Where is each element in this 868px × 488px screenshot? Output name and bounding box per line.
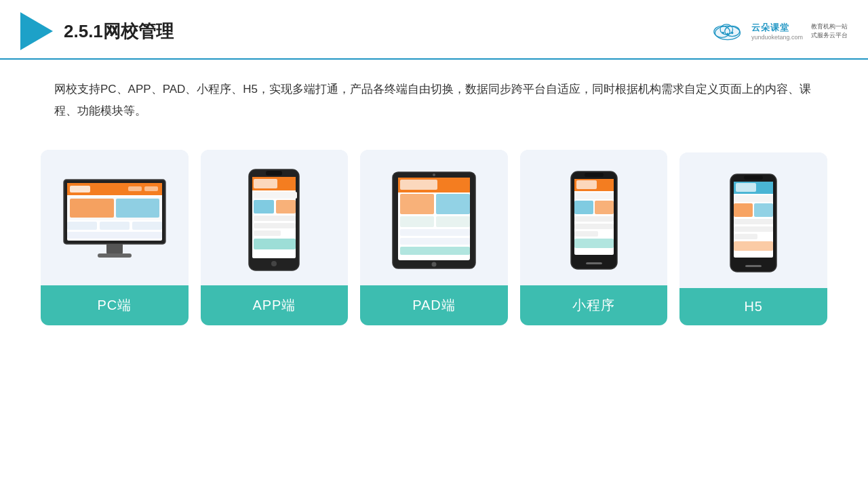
cards-container: PC端 APP端 xyxy=(0,129,868,325)
logo-triangle-icon xyxy=(20,12,53,50)
svg-rect-76 xyxy=(734,241,773,251)
svg-point-9 xyxy=(726,33,728,35)
svg-rect-51 xyxy=(400,247,470,255)
svg-rect-66 xyxy=(744,176,763,180)
svg-rect-21 xyxy=(100,222,130,230)
svg-rect-57 xyxy=(574,192,614,199)
card-h5-label: H5 xyxy=(679,288,827,325)
card-app-image xyxy=(201,150,349,285)
svg-rect-20 xyxy=(67,222,97,230)
brand-tagline-1: 教育机构一站 xyxy=(811,22,848,31)
svg-rect-61 xyxy=(574,224,614,229)
svg-rect-23 xyxy=(67,232,162,239)
brand-tagline: 教育机构一站 式服务云平台 xyxy=(811,22,848,39)
svg-point-41 xyxy=(433,174,435,176)
svg-rect-30 xyxy=(254,179,277,188)
svg-rect-19 xyxy=(116,199,159,218)
card-h5-image xyxy=(679,152,827,288)
svg-point-10 xyxy=(731,32,733,34)
svg-rect-63 xyxy=(574,239,614,248)
svg-rect-37 xyxy=(254,239,296,249)
svg-rect-36 xyxy=(254,230,281,236)
card-app-label: APP端 xyxy=(201,285,349,325)
svg-rect-70 xyxy=(734,195,773,202)
card-pc-image xyxy=(41,150,189,285)
brand-url: yunduoketang.com xyxy=(751,34,803,41)
svg-rect-25 xyxy=(98,253,132,258)
brand-info: 云朵课堂 yunduoketang.com xyxy=(751,22,803,41)
card-pc: PC端 xyxy=(41,150,189,325)
svg-rect-58 xyxy=(574,201,593,214)
svg-rect-22 xyxy=(132,222,162,230)
svg-rect-72 xyxy=(754,203,773,217)
card-pad-label: PAD端 xyxy=(360,285,508,325)
svg-rect-46 xyxy=(436,194,470,214)
svg-rect-56 xyxy=(576,180,597,189)
svg-rect-24 xyxy=(106,244,123,253)
h5-phone-icon xyxy=(729,173,778,273)
card-miniprogram-label: 小程序 xyxy=(520,285,668,325)
svg-rect-18 xyxy=(70,199,114,218)
svg-rect-28 xyxy=(266,171,282,176)
svg-rect-45 xyxy=(400,194,434,214)
header-left: 2.5.1网校管理 xyxy=(20,12,174,50)
pad-tablet-icon xyxy=(390,169,478,271)
app-phone-icon xyxy=(247,167,301,272)
brand-name: 云朵课堂 xyxy=(751,22,803,34)
svg-rect-75 xyxy=(734,234,757,239)
svg-rect-47 xyxy=(400,216,434,227)
svg-rect-64 xyxy=(586,262,602,264)
svg-rect-71 xyxy=(734,203,753,217)
miniprogram-phone-icon xyxy=(570,170,618,270)
header-right: 云朵课堂 yunduoketang.com 教育机构一站 式服务云平台 xyxy=(709,20,848,42)
card-pc-label: PC端 xyxy=(41,285,189,325)
svg-rect-15 xyxy=(128,186,142,191)
svg-rect-53 xyxy=(585,173,604,177)
svg-rect-73 xyxy=(734,219,773,224)
svg-rect-62 xyxy=(574,231,598,237)
description-text: 网校支持PC、APP、PAD、小程序、H5，实现多端打通，产品各终端自由切换，数… xyxy=(0,60,868,123)
card-miniprogram: 小程序 xyxy=(520,150,668,325)
svg-point-38 xyxy=(271,261,277,266)
svg-rect-59 xyxy=(595,201,614,214)
svg-rect-33 xyxy=(276,200,296,214)
svg-rect-74 xyxy=(734,226,773,232)
header: 2.5.1网校管理 云朵课堂 yunduoketang.com 教育机构一站 式… xyxy=(0,0,868,60)
svg-rect-35 xyxy=(254,223,296,228)
page-title: 2.5.1网校管理 xyxy=(64,20,174,43)
svg-rect-31 xyxy=(254,192,297,199)
brand-tagline-2: 式服务云平台 xyxy=(811,31,848,40)
card-app: APP端 xyxy=(201,150,349,325)
svg-rect-32 xyxy=(254,200,274,214)
svg-rect-69 xyxy=(736,183,756,192)
svg-rect-77 xyxy=(745,265,762,267)
svg-point-8 xyxy=(722,32,724,34)
svg-rect-60 xyxy=(574,216,614,222)
pc-monitor-icon xyxy=(60,176,169,264)
svg-rect-44 xyxy=(400,180,437,190)
card-pad: PAD端 xyxy=(360,150,508,325)
card-pad-image xyxy=(360,150,508,285)
svg-rect-34 xyxy=(254,216,296,221)
svg-rect-50 xyxy=(400,238,470,245)
svg-rect-16 xyxy=(144,186,158,191)
svg-rect-49 xyxy=(400,229,470,236)
cloud-logo-icon xyxy=(709,20,746,42)
svg-rect-48 xyxy=(436,216,470,227)
svg-rect-14 xyxy=(70,186,90,192)
card-miniprogram-image xyxy=(520,150,668,285)
svg-point-42 xyxy=(432,262,437,266)
card-h5: H5 xyxy=(679,152,827,325)
